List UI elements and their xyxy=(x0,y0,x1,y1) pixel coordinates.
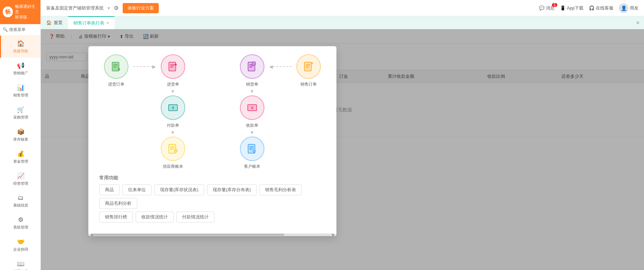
tab-home-label: 首页 xyxy=(54,20,63,26)
message-badge: 5 xyxy=(552,3,557,7)
settings-icon[interactable]: ⚙ xyxy=(114,5,119,11)
sidebar-item-quick-nav[interactable]: 🏠 快捷导航 xyxy=(0,36,40,58)
supplier-ledger-circle xyxy=(161,137,185,161)
tab-panel-close-btn[interactable]: ✕ xyxy=(632,20,644,25)
search-menu-label: 搜索菜单 xyxy=(9,27,25,33)
sidebar-item-label: 经营管理 xyxy=(13,181,28,186)
sidebar-item-system[interactable]: ⚙ 系统管理 xyxy=(0,212,40,234)
sidebar-item-marketing[interactable]: 📢 营销推广 xyxy=(0,58,40,80)
scroll-right-icon[interactable]: ▶ xyxy=(332,232,335,236)
flow-purchase-order[interactable]: 进货订单 xyxy=(99,54,133,87)
supplier-ledger-icon xyxy=(167,143,179,155)
operations-icon: 📈 xyxy=(17,172,24,180)
sales-bill-label: 销货单 xyxy=(246,82,258,87)
svg-text:¥: ¥ xyxy=(171,106,174,110)
purchase-order-circle xyxy=(104,54,128,79)
quick-btn-stock-status[interactable]: 现存量(库存状况表) xyxy=(154,184,204,195)
sidebar-nav: 🏠 快捷导航 📢 营销推广 📊 销售管理 🛒 采购管理 📦 库存核算 💰 xyxy=(0,36,40,270)
sidebar-item-label: 快捷导航 xyxy=(13,49,28,54)
user-action[interactable]: 👤 用友 xyxy=(619,3,639,13)
sidebar-item-basics[interactable]: 🗂 基础信息 xyxy=(0,190,40,212)
app-download-action[interactable]: 📱 App下载 xyxy=(560,5,584,11)
sidebar-logo: 畅 畅康通好生意 标准版 xyxy=(0,0,40,24)
sidebar-item-inventory[interactable]: 📦 库存核算 xyxy=(0,124,40,146)
sidebar-item-finance[interactable]: 💰 资金管理 xyxy=(0,146,40,168)
tab-sales-order-label: 销售订单执行表 xyxy=(73,20,104,26)
payment-bill-label: 付款单 xyxy=(167,123,179,128)
svg-rect-0 xyxy=(112,62,119,71)
quick-btn-stock-dist[interactable]: 现存量(库存分布表) xyxy=(207,184,257,195)
sidebar-item-label: 销售管理 xyxy=(13,93,28,98)
quick-btn-product-margin[interactable]: 商品毛利分析 xyxy=(99,198,137,209)
modal-overlay[interactable]: 进货订单 ▶ xyxy=(41,29,644,270)
home-icon: 🏠 xyxy=(46,20,52,25)
flow-customer-ledger[interactable]: 客户账本 xyxy=(235,137,269,169)
svg-rect-15 xyxy=(304,62,311,71)
system-icon: ⚙ xyxy=(18,216,23,223)
quick-btn-partner[interactable]: 往来单位 xyxy=(122,184,152,195)
app-label: App下载 xyxy=(567,5,584,11)
message-action[interactable]: 💬 5 消息 xyxy=(539,5,555,11)
sidebar-item-purchase[interactable]: 🛒 采购管理 xyxy=(0,102,40,124)
quick-btn-product[interactable]: 商品 xyxy=(99,184,120,195)
sales-order-icon xyxy=(302,60,315,73)
flow-purchase-bill[interactable]: 进货单 xyxy=(156,54,190,87)
purchase-bill-icon xyxy=(167,60,179,73)
flow-sales-order[interactable]: 销售订单 xyxy=(292,54,326,87)
receipt-bill-circle: ¥ xyxy=(240,95,264,120)
quick-buttons-row1: 商品 往来单位 现存量(库存状况表) 现存量(库存分布表) 销售毛利分析表 商品… xyxy=(99,184,326,209)
tab-sales-order-exec[interactable]: 销售订单执行表 ✕ xyxy=(68,16,115,29)
svg-rect-14 xyxy=(252,62,256,65)
sales-icon: 📊 xyxy=(17,84,24,91)
collab-icon: 🤝 xyxy=(17,238,24,246)
flow-sales-bill[interactable]: 销货单 xyxy=(235,54,269,87)
scrollbar-thumb[interactable] xyxy=(93,234,284,236)
tabs-bar: 🏠 首页 销售订单执行表 ✕ ✕ xyxy=(41,16,644,29)
search-icon: 🔍 xyxy=(3,27,8,32)
quick-nav-icon: 🏠 xyxy=(17,40,24,47)
flow-supplier-ledger[interactable]: 供应商账本 xyxy=(156,137,190,169)
message-icon: 💬 xyxy=(539,5,544,11)
sidebar-item-sales[interactable]: 📊 销售管理 xyxy=(0,80,40,102)
topbar-actions: 💬 5 消息 📱 App下载 🎧 在线客服 👤 用友 xyxy=(539,3,639,13)
customer-ledger-circle xyxy=(240,137,264,161)
modal-box: 进货订单 ▶ xyxy=(88,46,336,236)
svg-point-33 xyxy=(253,150,256,152)
sidebar-item-label: 系统管理 xyxy=(13,225,28,230)
avatar: 👤 xyxy=(619,3,628,13)
sidebar-item-guide[interactable]: 📖 新手引导 xyxy=(0,256,40,270)
scrollbar-track[interactable] xyxy=(93,234,332,236)
sidebar-item-collab[interactable]: 🤝 企业协同 xyxy=(0,234,40,256)
sidebar-item-label: 企业协同 xyxy=(13,247,28,252)
logo-text: 畅康通好生意 标准版 xyxy=(15,4,38,20)
modal-scrollbar[interactable]: ◀ ▶ xyxy=(88,233,336,236)
basics-icon: 🗂 xyxy=(18,194,24,201)
quick-btn-sales-margin[interactable]: 销售毛利分析表 xyxy=(259,184,302,195)
sidebar-item-label: 资金管理 xyxy=(13,159,28,164)
sales-order-circle xyxy=(296,54,321,79)
supplier-ledger-label: 供应商账本 xyxy=(163,164,183,169)
sales-bill-circle xyxy=(240,54,264,79)
experience-btn[interactable]: 体验行业方案 xyxy=(123,3,159,13)
flow-receipt-bill[interactable]: ¥ 收款单 xyxy=(235,95,269,128)
quick-buttons-row2: 销售排行榜 收款情况统计 付款情况统计 xyxy=(99,212,326,222)
svg-marker-4 xyxy=(118,67,120,71)
sidebar-item-label: 基础信息 xyxy=(13,203,28,208)
purchase-bill-circle xyxy=(161,54,185,79)
guide-icon: 📖 xyxy=(17,260,24,268)
tab-home[interactable]: 🏠 首页 xyxy=(41,16,68,29)
payment-icon: ¥ xyxy=(167,102,179,114)
quick-btn-payment-stats[interactable]: 付款情况统计 xyxy=(176,212,214,222)
support-label: 在线客服 xyxy=(596,5,613,11)
tab-close-icon[interactable]: ✕ xyxy=(106,21,109,25)
purchase-bill-label: 进货单 xyxy=(167,82,179,87)
quick-btn-sales-rank[interactable]: 销售排行榜 xyxy=(99,212,133,222)
search-menu[interactable]: 🔍 搜索菜单 xyxy=(0,24,40,36)
sidebar-item-operations[interactable]: 📈 经营管理 xyxy=(0,168,40,190)
support-action[interactable]: 🎧 在线客服 xyxy=(589,5,613,11)
flow-payment-bill[interactable]: ¥ 付款单 xyxy=(156,95,190,128)
quick-btn-receipt-stats[interactable]: 收款情况统计 xyxy=(136,212,174,222)
modal-flow: 进货订单 ▶ xyxy=(88,46,336,233)
receipt-icon: ¥ xyxy=(246,102,258,114)
scroll-left-icon[interactable]: ◀ xyxy=(90,232,93,236)
